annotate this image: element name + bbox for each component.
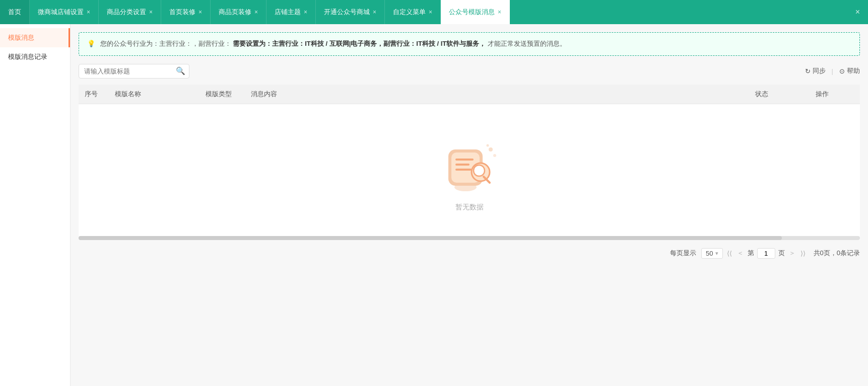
sidebar: 模版消息 模版消息记录 [0,24,71,386]
tab-product-decor-label: 商品页装修 [219,8,251,17]
tab-wsc-shop[interactable]: 微商城店铺设置 × [30,0,99,24]
page-prev-button[interactable]: ＜ [736,249,745,258]
toolbar-divider: | [832,67,833,75]
sidebar-item-template-msg[interactable]: 模版消息 [0,28,70,47]
svg-point-11 [486,144,489,146]
tab-home-decor[interactable]: 首页装修 × [161,0,211,24]
scroll-thumb [79,236,782,240]
notice-text-highlight: 需要设置为：主营行业：IT科技 / 互联网|电子商务，副营行业：IT科技 / I… [233,40,486,47]
svg-point-10 [493,154,496,157]
tab-product-category-label: 商品分类设置 [107,8,146,17]
tab-open-shop-label: 开通公众号商城 [324,8,370,17]
tab-open-shop[interactable]: 开通公众号商城 × [316,0,385,24]
page-next-button[interactable]: ＞ [788,249,796,258]
page-input[interactable] [757,248,775,259]
search-icon[interactable]: 🔍 [176,66,185,75]
page-unit: 页 [778,249,785,258]
tab-template-msg-close[interactable]: × [498,9,501,15]
tab-product-decor[interactable]: 商品页装修 × [211,0,266,24]
tab-home[interactable]: 首页 [0,0,30,24]
sync-icon: ↻ [805,67,811,75]
help-icon: ⊙ [839,67,845,75]
tab-wsc-shop-close[interactable]: × [87,9,90,15]
col-status: 状态 [749,85,810,104]
tab-home-decor-label: 首页装修 [169,8,195,17]
help-label: 帮助 [847,66,860,75]
notice-text-prefix: 您的公众号行业为：主营行业：，副营行业： [100,40,231,47]
scroll-track[interactable] [79,236,860,240]
empty-state: 暂无数据 [79,104,860,232]
tab-home-decor-close[interactable]: × [198,9,202,15]
toolbar-right: ↻ 同步 | ⊙ 帮助 [805,66,860,75]
page-label: 第 [748,249,754,258]
svg-point-7 [474,165,485,176]
page-first-button[interactable]: ⟨⟨ [726,250,733,257]
empty-icon [439,134,500,195]
main-content: 💡 您的公众号行业为：主营行业：，副营行业： 需要设置为：主营行业：IT科技 /… [71,24,868,386]
page-size-value: 50 [706,250,713,257]
col-action: 操作 [810,85,860,104]
tab-custom-menu-label: 自定义菜单 [393,8,426,17]
svg-rect-3 [455,159,474,161]
sync-button[interactable]: ↻ 同步 [805,66,826,75]
tab-product-category[interactable]: 商品分类设置 × [99,0,161,24]
page-last-button[interactable]: ⟩⟩ [799,250,807,257]
pagination-info: 共0页，0条记录 [814,249,860,258]
col-index: 序号 [79,85,109,104]
data-table: 序号 模版名称 模版类型 消息内容 状态 操作 [79,85,860,104]
table-wrapper: 序号 模版名称 模版类型 消息内容 状态 操作 [79,85,860,240]
tab-template-msg-label: 公众号模版消息 [449,8,495,17]
tab-product-decor-close[interactable]: × [254,9,258,15]
notice-icon: 💡 [87,40,95,47]
search-input[interactable] [79,64,189,79]
col-template-type: 模版类型 [199,85,245,104]
svg-rect-4 [455,164,470,166]
chevron-down-icon: ▾ [715,250,718,257]
sync-label: 同步 [813,66,826,75]
tab-product-category-close[interactable]: × [149,9,153,15]
svg-point-9 [489,147,493,151]
sidebar-item-template-msg-label: 模版消息 [8,34,34,41]
sidebar-item-template-msg-record-label: 模版消息记录 [8,53,47,60]
table-header: 序号 模版名称 模版类型 消息内容 状态 操作 [79,85,860,104]
top-navigation: 首页 微商城店铺设置 × 商品分类设置 × 首页装修 × 商品页装修 × 店铺主… [0,0,868,24]
tab-template-msg[interactable]: 公众号模版消息 × [441,0,510,24]
notice-box: 💡 您的公众号行业为：主营行业：，副营行业： 需要设置为：主营行业：IT科技 /… [79,32,860,56]
search-bar: 🔍 ↻ 同步 | ⊙ 帮助 [79,64,860,79]
help-button[interactable]: ⊙ 帮助 [839,66,860,75]
pagination: 每页显示 50 ▾ ⟨⟨ ＜ 第 页 ＞ ⟩⟩ 共0页，0条记录 [79,244,860,263]
tab-store-theme-label: 店铺主题 [275,8,301,17]
tab-custom-menu-close[interactable]: × [429,9,432,15]
tab-custom-menu[interactable]: 自定义菜单 × [385,0,441,24]
page-size-select[interactable]: 50 ▾ [701,248,722,259]
svg-rect-5 [455,169,472,171]
tab-open-shop-close[interactable]: × [373,9,376,15]
tab-wsc-shop-label: 微商城店铺设置 [38,8,84,17]
global-close-button[interactable]: × [847,8,868,17]
col-message-content: 消息内容 [245,85,749,104]
notice-text-suffix: 才能正常发送预置的消息。 [488,40,566,47]
tab-home-label: 首页 [8,8,21,17]
main-layout: 模版消息 模版消息记录 💡 您的公众号行业为：主营行业：，副营行业： 需要设置为… [0,24,868,386]
sidebar-item-template-msg-record[interactable]: 模版消息记录 [0,47,70,66]
tab-store-theme-close[interactable]: × [304,9,307,15]
page-size-label: 每页显示 [670,249,696,258]
col-template-name: 模版名称 [109,85,199,104]
search-input-wrap: 🔍 [79,64,189,79]
tab-store-theme[interactable]: 店铺主题 × [266,0,316,24]
empty-text: 暂无数据 [455,203,484,212]
